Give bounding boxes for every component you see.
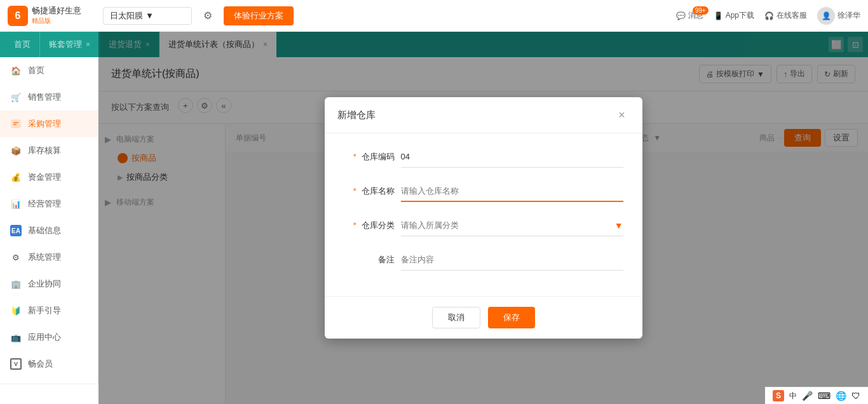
money-icon: 💰 (10, 172, 22, 183)
form-row-code: * 仓库编码 (344, 146, 623, 168)
chevron-down-icon: ▼ (146, 11, 154, 20)
management-icon: 📊 (10, 198, 22, 210)
sidebar: 🏠 首页 🛒 销售管理 采购管理 📦 库存核算 💰 资金管理 (0, 57, 98, 404)
store-selector[interactable]: 日太阳膜 ▼ (103, 7, 192, 25)
member-icon: V (10, 358, 22, 370)
sidebar-inventory-label: 库存核算 (28, 145, 61, 156)
sidebar-purchase-label: 采购管理 (28, 118, 61, 130)
system-icon: ⚙ (10, 252, 22, 263)
modal-body: * 仓库编码 * 仓库名称 * 仓库分类 (325, 133, 642, 296)
remark-label: 备注 (344, 254, 395, 266)
warehouse-code-input[interactable] (401, 146, 623, 168)
experience-button[interactable]: 体验行业方案 (224, 6, 294, 25)
modal-header: 新增仓库 × (325, 97, 642, 133)
warehouse-category-input[interactable] (401, 220, 614, 230)
sidebar-guide-label: 新手引导 (28, 305, 61, 316)
enterprise-icon: 🏢 (10, 278, 22, 290)
messages-badge: 99+ (693, 6, 709, 15)
logo-icon: 6 (8, 6, 28, 26)
sidebar-item-purchase[interactable]: 采购管理 (0, 111, 98, 137)
sidebar-bottom: ⚙ 🔊 (0, 384, 98, 404)
form-row-category: * 仓库分类 ▼ (344, 215, 623, 236)
sidebar-item-home[interactable]: 🏠 首页 (0, 57, 98, 84)
logo-name: 畅捷通好生意 (32, 6, 81, 17)
remark-input[interactable] (401, 249, 623, 271)
warehouse-code-label: * 仓库编码 (344, 151, 395, 163)
sidebar-item-management[interactable]: 📊 经营管理 (0, 191, 98, 217)
form-row-remark: 备注 (344, 249, 623, 271)
new-warehouse-modal: 新增仓库 × * 仓库编码 * 仓库名称 (325, 97, 642, 339)
sidebar-item-inventory[interactable]: 📦 库存核算 (0, 137, 98, 164)
sidebar-management-label: 经营管理 (28, 198, 61, 210)
warehouse-name-input[interactable] (401, 180, 623, 202)
tab-home-label: 首页 (14, 39, 31, 50)
avatar: 👤 (817, 7, 835, 25)
headset-icon: 🎧 (764, 11, 774, 20)
purchase-icon (10, 118, 22, 130)
sidebar-item-basic-info[interactable]: EA 基础信息 (0, 217, 98, 244)
warehouse-category-wrapper: ▼ (401, 215, 623, 236)
user-name: 徐泽华 (837, 10, 860, 21)
modal-close-button[interactable]: × (614, 107, 630, 123)
online-service-item[interactable]: 🎧 在线客服 (764, 10, 807, 21)
sidebar-item-sales[interactable]: 🛒 销售管理 (0, 84, 98, 111)
mic-icon: 🎤 (802, 391, 813, 401)
guide-icon: 🔰 (10, 305, 22, 316)
settings-icon[interactable]: ⚙ (198, 6, 217, 25)
security-icon: 🛡 (851, 391, 860, 401)
phone-icon: 📱 (714, 11, 723, 20)
apps-icon: 📺 (10, 332, 22, 343)
sidebar-item-member[interactable]: V 畅会员 (0, 351, 98, 377)
category-dropdown-icon[interactable]: ▼ (614, 220, 623, 231)
sidebar-item-guide[interactable]: 🔰 新手引导 (0, 297, 98, 324)
user-item[interactable]: 👤 徐泽华 (817, 7, 860, 25)
s-logo: S (773, 390, 784, 401)
sidebar-apps-label: 应用中心 (28, 332, 61, 343)
modal-overlay: 新增仓库 × * 仓库编码 * 仓库名称 (98, 32, 868, 404)
tab-accounts-close[interactable]: × (86, 40, 90, 49)
info-icon: EA (10, 225, 22, 236)
branding-text: 中 (789, 391, 797, 401)
modal-footer: 取消 保存 (325, 296, 642, 339)
warehouse-category-label: * 仓库分类 (344, 220, 395, 231)
keyboard-icon: ⌨ (818, 391, 831, 401)
logo-area: 6 畅捷通好生意 精品版 (8, 6, 97, 26)
modal-title: 新增仓库 (337, 109, 376, 121)
top-bar: 6 畅捷通好生意 精品版 日太阳膜 ▼ ⚙ 体验行业方案 💬 消息 99+ 📱 … (0, 0, 868, 32)
warehouse-name-label: * 仓库名称 (344, 185, 395, 197)
cancel-button[interactable]: 取消 (432, 307, 480, 328)
messages-item[interactable]: 💬 消息 99+ (676, 10, 703, 21)
inventory-icon: 📦 (10, 145, 22, 156)
sidebar-item-system[interactable]: ⚙ 系统管理 (0, 244, 98, 271)
sidebar-finance-label: 资金管理 (28, 172, 61, 183)
tab-home[interactable]: 首页 (5, 32, 40, 57)
translate-icon: 🌐 (836, 391, 846, 401)
sidebar-item-enterprise[interactable]: 🏢 企业协同 (0, 271, 98, 297)
svg-rect-0 (11, 120, 20, 128)
save-button[interactable]: 保存 (488, 307, 535, 328)
app-download-item[interactable]: 📱 App下载 (714, 10, 754, 21)
logo-sub: 精品版 (32, 17, 81, 25)
cart-icon: 🛒 (10, 91, 22, 103)
sidebar-enterprise-label: 企业协同 (28, 278, 61, 290)
form-row-name: * 仓库名称 (344, 180, 623, 202)
store-name: 日太阳膜 (110, 10, 143, 22)
bottom-branding: S 中 🎤 ⌨ 🌐 🛡 (765, 387, 868, 404)
sidebar-basic-info-label: 基础信息 (28, 225, 61, 236)
sidebar-member-label: 畅会员 (28, 358, 53, 370)
tab-accounts[interactable]: 账套管理 × (40, 32, 100, 57)
message-icon: 💬 (676, 11, 686, 20)
sidebar-home-label: 首页 (28, 65, 44, 76)
home-icon: 🏠 (10, 65, 22, 76)
user-icon: 👤 (822, 11, 831, 20)
sidebar-sales-label: 销售管理 (28, 91, 61, 103)
sidebar-item-apps[interactable]: 📺 应用中心 (0, 324, 98, 351)
sidebar-item-finance[interactable]: 💰 资金管理 (0, 164, 98, 191)
top-bar-right: 💬 消息 99+ 📱 App下载 🎧 在线客服 👤 徐泽华 (676, 7, 860, 25)
sidebar-system-label: 系统管理 (28, 252, 61, 263)
tab-accounts-label: 账套管理 (49, 39, 82, 50)
